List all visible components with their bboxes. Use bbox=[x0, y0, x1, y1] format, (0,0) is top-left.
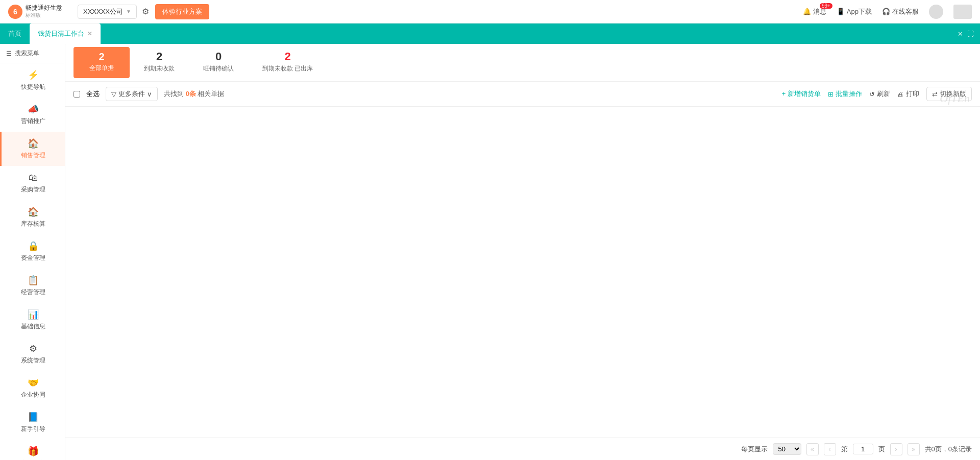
company-selector[interactable]: XXXXXX公司 ▼ bbox=[78, 5, 137, 19]
filter-label: 更多条件 bbox=[118, 89, 145, 99]
sidebar-item-label: 新手引导 bbox=[21, 425, 45, 433]
content-area: 2 全部单据 2 到期未收款 0 旺铺待确认 2 到期未收款 已出库 全选 bbox=[65, 44, 980, 460]
search-menu-label: 搜索菜单 bbox=[15, 49, 39, 58]
sidebar-item-label: 采购管理 bbox=[21, 185, 45, 194]
found-count: 0条 bbox=[186, 90, 196, 98]
sidebar-item-operations[interactable]: 📋 经营管理 bbox=[0, 269, 65, 303]
tab-workbench[interactable]: 钱货日清工作台 ✕ bbox=[30, 23, 101, 44]
stat-wangpu-num: 0 bbox=[215, 50, 222, 63]
found-text: 共找到 0条 相关单据 bbox=[164, 89, 224, 99]
tab-close-icon[interactable]: ✕ bbox=[87, 30, 92, 37]
sidebar-item-label: 基础信息 bbox=[21, 322, 45, 331]
download-icon: 📱 bbox=[837, 8, 845, 15]
print-button[interactable]: 🖨 打印 bbox=[897, 89, 919, 99]
stat-all-num: 2 bbox=[99, 51, 104, 63]
stat-tab-wangpu[interactable]: 0 旺铺待确认 bbox=[189, 44, 248, 81]
stat-out-label: 到期未收款 已出库 bbox=[262, 64, 313, 73]
online-service-button[interactable]: 🎧 在线客服 bbox=[882, 7, 919, 16]
sidebar-item-purchase[interactable]: 🛍 采购管理 bbox=[0, 166, 65, 200]
bell-icon: 🔔 bbox=[803, 8, 811, 15]
stats-tabs: 2 全部单据 2 到期未收款 0 旺铺待确认 2 到期未收款 已出库 bbox=[65, 44, 980, 82]
sidebar-item-sales[interactable]: 🏠 销售管理 bbox=[0, 132, 65, 166]
sidebar-item-label: 企业协同 bbox=[21, 391, 45, 399]
select-all-checkbox[interactable] bbox=[74, 91, 80, 98]
first-page-button[interactable]: « bbox=[806, 443, 819, 455]
messages-badge: 99+ bbox=[820, 3, 832, 9]
menu-icon: ☰ bbox=[6, 50, 12, 57]
logo-text: 畅捷通好生意 标准版 bbox=[26, 4, 62, 19]
finance-icon: 🔒 bbox=[28, 240, 39, 252]
app-download-label: App下载 bbox=[847, 7, 872, 16]
stat-wangpu-label: 旺铺待确认 bbox=[203, 64, 234, 73]
page-label-end: 页 bbox=[878, 445, 885, 454]
next-page-button[interactable]: › bbox=[890, 443, 902, 455]
sidebar-item-label: 营销推广 bbox=[21, 117, 45, 126]
sidebar-item-marketing[interactable]: 📣 营销推广 bbox=[0, 98, 65, 132]
per-page-label: 每页显示 bbox=[741, 445, 768, 454]
tab-home-label: 首页 bbox=[8, 29, 21, 38]
top-right-area: 🔔 消息 99+ 📱 App下载 🎧 在线客服 bbox=[803, 5, 972, 19]
logo-area: 6 畅捷通好生意 标准版 bbox=[8, 4, 74, 19]
toolbar-left: 全选 ▽ 更多条件 ∨ 共找到 0条 相关单据 bbox=[74, 87, 776, 101]
switch-label: 切换新版 bbox=[940, 89, 966, 99]
sales-icon: 🏠 bbox=[28, 138, 39, 149]
service-icon: 🎧 bbox=[882, 8, 890, 15]
settings-icon[interactable]: ⚙ bbox=[142, 7, 149, 16]
user-menu[interactable] bbox=[953, 5, 972, 19]
marketing-icon: 📣 bbox=[28, 104, 39, 115]
tab-close-window-icon[interactable]: ✕ bbox=[958, 30, 963, 38]
tab-bar: 首页 钱货日清工作台 ✕ ✕ ⛶ bbox=[0, 23, 980, 44]
sidebar-item-beginner[interactable]: 📘 新手引导 bbox=[0, 405, 65, 440]
system-icon: ⚙ bbox=[28, 343, 39, 354]
refresh-label: 刷新 bbox=[877, 89, 890, 99]
sidebar-item-base-info[interactable]: 📊 基础信息 bbox=[0, 303, 65, 337]
app-download-button[interactable]: 📱 App下载 bbox=[837, 7, 872, 16]
print-icon: 🖨 bbox=[897, 90, 904, 98]
quick-nav-icon: ⚡ bbox=[28, 69, 39, 81]
experience-button[interactable]: 体验行业方案 bbox=[155, 4, 209, 19]
add-order-button[interactable]: + 新增销货单 bbox=[782, 89, 821, 99]
per-page-select[interactable]: 50 100 200 bbox=[773, 443, 801, 455]
purchase-icon: 🛍 bbox=[28, 172, 39, 183]
operations-icon: 📋 bbox=[28, 275, 39, 286]
toolbar: 全选 ▽ 更多条件 ∨ 共找到 0条 相关单据 + 新增销货单 ⊞ 批量操作 bbox=[65, 82, 980, 107]
enterprise-icon: 🤝 bbox=[28, 377, 39, 389]
sidebar-item-enterprise[interactable]: 🤝 企业协同 bbox=[0, 371, 65, 405]
stat-tab-overdue-out[interactable]: 2 到期未收款 已出库 bbox=[248, 44, 327, 81]
table-area bbox=[65, 107, 980, 438]
base-info-icon: 📊 bbox=[28, 309, 39, 320]
switch-version-button[interactable]: ⇄ 切换新版 bbox=[926, 87, 972, 101]
sidebar-item-inventory[interactable]: 🏠 库存核算 bbox=[0, 200, 65, 234]
avatar[interactable] bbox=[929, 5, 943, 19]
sidebar-item-app-center[interactable]: 🎁 应用中心 bbox=[0, 440, 65, 460]
sidebar-item-label: 快捷导航 bbox=[21, 83, 45, 91]
last-page-button[interactable]: » bbox=[908, 443, 920, 455]
company-name: XXXXXX公司 bbox=[83, 7, 123, 16]
sidebar-item-system[interactable]: ⚙ 系统管理 bbox=[0, 337, 65, 371]
stat-tab-all[interactable]: 2 全部单据 bbox=[74, 47, 130, 78]
beginner-icon: 📘 bbox=[28, 411, 39, 423]
stat-overdue-num: 2 bbox=[156, 50, 162, 63]
filter-button[interactable]: ▽ 更多条件 ∨ bbox=[106, 87, 158, 101]
sidebar-item-label: 库存核算 bbox=[21, 220, 45, 228]
messages-button[interactable]: 🔔 消息 99+ bbox=[803, 7, 826, 16]
tab-expand-icon[interactable]: ⛶ bbox=[967, 30, 974, 38]
batch-button[interactable]: ⊞ 批量操作 bbox=[828, 89, 862, 99]
sidebar-item-quick-nav[interactable]: ⚡ 快捷导航 bbox=[0, 63, 65, 98]
switch-icon: ⇄ bbox=[932, 90, 938, 98]
sidebar-item-finance[interactable]: 🔒 资金管理 bbox=[0, 234, 65, 269]
batch-label: 批量操作 bbox=[836, 89, 862, 99]
page-number-input[interactable] bbox=[853, 444, 873, 454]
refresh-button[interactable]: ↺ 刷新 bbox=[869, 89, 890, 99]
search-menu-item[interactable]: ☰ 搜索菜单 bbox=[0, 44, 65, 63]
prev-page-button[interactable]: ‹ bbox=[824, 443, 836, 455]
sidebar-item-label: 销售管理 bbox=[21, 151, 45, 160]
print-label: 打印 bbox=[906, 89, 919, 99]
batch-icon: ⊞ bbox=[828, 90, 834, 98]
stat-tab-overdue[interactable]: 2 到期未收款 bbox=[130, 44, 189, 81]
pagination-bar: 每页显示 50 100 200 « ‹ 第 页 › » 共0页，0条记录 bbox=[65, 438, 980, 460]
logo-icon: 6 bbox=[8, 5, 22, 19]
stat-out-num: 2 bbox=[285, 50, 291, 63]
tab-home[interactable]: 首页 bbox=[0, 23, 30, 44]
inventory-icon: 🏠 bbox=[28, 206, 39, 217]
